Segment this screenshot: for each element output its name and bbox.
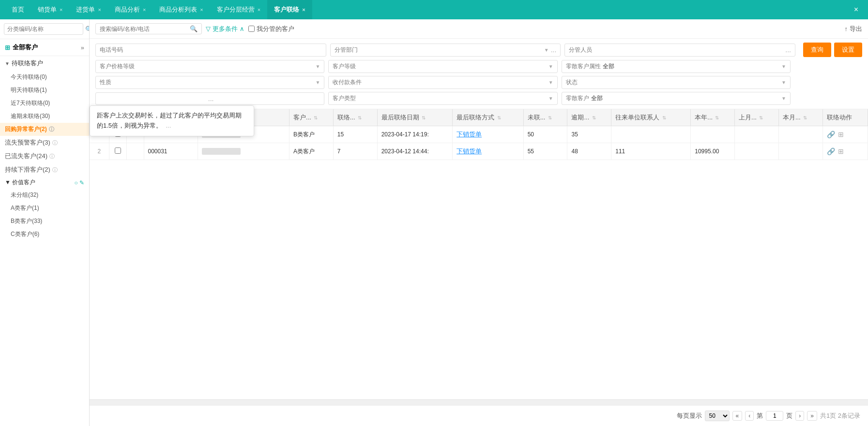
search-input[interactable] bbox=[100, 26, 190, 32]
filter-customer-type[interactable]: 客户类型 ▼ bbox=[328, 92, 557, 105]
chevron-down-icon: ▼ bbox=[544, 47, 549, 53]
sidebar-item-b-class[interactable]: B类客户(33) bbox=[0, 215, 89, 228]
filter-person[interactable]: 分管人员 ... bbox=[564, 44, 795, 57]
last-page-button[interactable]: » bbox=[807, 411, 817, 421]
row2-last-method[interactable]: 下销货单 bbox=[453, 143, 523, 160]
filter-row-4: ... 客户类型 ▼ 零散客户 全部 ▼ bbox=[95, 92, 862, 105]
filter-scattered-attr[interactable]: 零散客户属性 全部 ▼ bbox=[562, 60, 791, 73]
sort-contact-icon[interactable]: ⇅ bbox=[358, 115, 362, 120]
filter-scattered-customer[interactable]: 零散客户 全部 ▼ bbox=[562, 92, 791, 105]
nav-item-customer-contact[interactable]: 客户联络 × bbox=[267, 0, 312, 19]
filter-nature[interactable]: 性质 ▼ bbox=[95, 76, 324, 89]
sidebar-item-today[interactable]: 今天待联络(0) bbox=[0, 71, 89, 84]
row1-action-link-icon[interactable]: 🔗 bbox=[827, 131, 835, 138]
extra-dots-icon[interactable]: ... bbox=[208, 95, 214, 103]
page-input[interactable] bbox=[766, 411, 783, 421]
more-conditions-button[interactable]: ▽ 更多条件 ∧ bbox=[206, 25, 244, 33]
prev-page-button[interactable]: ‹ bbox=[745, 411, 754, 421]
sort-last-month-icon[interactable]: ⇅ bbox=[759, 115, 763, 120]
sort-unit-contact-icon[interactable]: ⇅ bbox=[662, 115, 666, 120]
filter-price-grade[interactable]: 客户价格等级 ▼ bbox=[95, 60, 324, 73]
close-analysis-list-icon[interactable]: × bbox=[200, 7, 203, 13]
sidebar-item-repurchase-anomaly[interactable]: 回购异常客户(2) ⓘ bbox=[0, 123, 89, 136]
sidebar-item-a-class[interactable]: A类客户(1) bbox=[0, 202, 89, 215]
filter-status[interactable]: 状态 ▼ bbox=[562, 76, 791, 89]
sort-last-date-icon[interactable]: ⇅ bbox=[422, 115, 426, 120]
sidebar-item-churn-warning[interactable]: 流失预警客户(3) ⓘ bbox=[0, 136, 89, 149]
first-page-button[interactable]: « bbox=[732, 411, 743, 421]
th-unread: 未联... ⇅ bbox=[523, 109, 567, 126]
close-analysis-icon[interactable]: × bbox=[143, 7, 146, 13]
row2-this-month bbox=[778, 143, 822, 160]
query-button[interactable]: 查询 bbox=[803, 43, 831, 57]
sort-this-month-icon[interactable]: ⇅ bbox=[803, 115, 807, 120]
nav-item-home[interactable]: 首页 bbox=[5, 0, 31, 19]
nav-item-analysis-list[interactable]: 商品分析列表 × bbox=[152, 0, 210, 19]
row2-contact: 7 bbox=[333, 143, 377, 160]
set-button[interactable]: 设置 bbox=[834, 43, 862, 57]
sort-overdue-icon[interactable]: ⇅ bbox=[592, 115, 596, 120]
my-customers-checkbox[interactable] bbox=[248, 26, 255, 32]
sidebar-item-overdue[interactable]: 逾期未联络(30) bbox=[0, 110, 89, 123]
sidebar-search-icon[interactable]: 🔍 bbox=[85, 26, 90, 33]
advanced-filter: 电话号码 分管部门 ▼ ... 分管人员 ... 查询 设置 bbox=[90, 39, 868, 109]
sidebar-item-ungrouped[interactable]: 未分组(32) bbox=[0, 189, 89, 202]
search-icon[interactable]: 🔍 bbox=[190, 25, 198, 32]
row2-checkbox[interactable] bbox=[115, 147, 121, 154]
nav-item-analysis[interactable]: 商品分析 × bbox=[108, 0, 152, 19]
row1-action-grid-icon[interactable]: ⊞ bbox=[838, 131, 844, 138]
filter-extra-dots[interactable]: ... bbox=[95, 92, 324, 105]
sidebar-item-tomorrow[interactable]: 明天待联络(1) bbox=[0, 84, 89, 97]
th-last-date: 最后联络日期 ⇅ bbox=[377, 109, 453, 126]
sidebar-all-customers[interactable]: ⊞ 全部客户 » bbox=[0, 39, 89, 56]
row2-check bbox=[109, 143, 126, 160]
sidebar-item-c-class[interactable]: C类客户(6) bbox=[0, 228, 89, 241]
row2-num: 2 bbox=[90, 143, 109, 160]
page-label: 第 bbox=[757, 411, 763, 420]
row1-unread: 50 bbox=[523, 126, 567, 143]
row2-action-grid-icon[interactable]: ⊞ bbox=[838, 147, 844, 155]
row1-this-year bbox=[691, 126, 735, 143]
nav-item-customer-segment[interactable]: 客户分层经营 × bbox=[210, 0, 267, 19]
per-page-select[interactable]: 50 20 100 bbox=[705, 411, 730, 421]
filter-payment[interactable]: 收付款条件 ▼ bbox=[328, 76, 557, 89]
row2-unread: 55 bbox=[523, 143, 567, 160]
close-purchase-icon[interactable]: × bbox=[98, 7, 101, 13]
sidebar-value-group-header[interactable]: ▼ 价值客户 ○ ✎ bbox=[0, 176, 89, 189]
nav-item-purchase[interactable]: 进货单 × bbox=[69, 0, 107, 19]
close-sales-icon[interactable]: × bbox=[60, 7, 62, 13]
close-contact-icon[interactable]: × bbox=[302, 7, 305, 13]
close-all-tabs-button[interactable]: × bbox=[849, 5, 863, 14]
row2-grade: A类客户 bbox=[289, 143, 334, 160]
pagination: 每页显示 50 20 100 « ‹ 第 页 › » 共1页 2条记录 bbox=[90, 405, 868, 426]
dots-icon[interactable]: ... bbox=[551, 46, 557, 54]
export-button[interactable]: ↑ 导出 bbox=[845, 25, 863, 33]
close-segment-icon[interactable]: × bbox=[258, 7, 260, 13]
row2-last-month bbox=[735, 143, 779, 160]
sort-this-year-icon[interactable]: ⇅ bbox=[715, 115, 719, 120]
row1-this-month bbox=[778, 126, 822, 143]
sidebar-item-churned[interactable]: 已流失客户(24) ⓘ bbox=[0, 149, 89, 163]
value-group-icons[interactable]: ○ ✎ bbox=[74, 179, 84, 186]
main-content: 🔍 ▽ 更多条件 ∧ 我分管的客户 ↑ 导出 电话号码 bbox=[90, 19, 868, 426]
filter-dept[interactable]: 分管部门 ▼ ... bbox=[330, 44, 561, 57]
row1-last-method[interactable]: 下销货单 bbox=[453, 126, 523, 143]
sidebar-group-waiting[interactable]: ▼ 待联络客户 bbox=[0, 56, 89, 71]
sort-last-method-icon[interactable]: ⇅ bbox=[497, 115, 501, 120]
next-page-button[interactable]: › bbox=[795, 411, 804, 421]
sidebar-item-declining[interactable]: 持续下滑客户(2) ⓘ bbox=[0, 163, 89, 176]
sidebar-item-7days[interactable]: 近7天待联络(0) bbox=[0, 97, 89, 110]
page-end-label: 页 bbox=[786, 411, 792, 420]
filter-customer-grade[interactable]: 客户等级 ▼ bbox=[328, 60, 557, 73]
th-this-month: 本月... ⇅ bbox=[778, 109, 822, 126]
sort-grade-icon[interactable]: ⇅ bbox=[314, 115, 318, 120]
row2-action-link-icon[interactable]: 🔗 bbox=[827, 147, 835, 155]
sidebar-search-input[interactable] bbox=[4, 23, 83, 35]
row1-contact: 15 bbox=[333, 126, 377, 143]
row2-name bbox=[198, 143, 289, 160]
sort-unread-icon[interactable]: ⇅ bbox=[548, 115, 552, 120]
nav-item-sales[interactable]: 销货单 × bbox=[31, 0, 69, 19]
top-nav: 首页 销货单 × 进货单 × 商品分析 × 商品分析列表 × 客户分层经营 × … bbox=[0, 0, 868, 19]
dots-icon-person[interactable]: ... bbox=[785, 46, 791, 54]
horizontal-scrollbar[interactable] bbox=[90, 399, 868, 405]
